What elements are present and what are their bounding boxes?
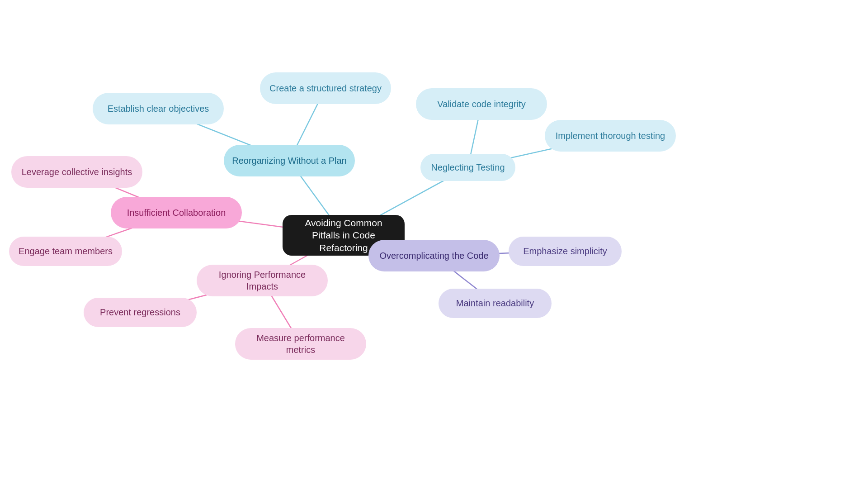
mindmap-canvas: Avoiding Common Pitfalls in Code Refacto… xyxy=(0,0,868,490)
node-insufficient-collab: Insufficient Collaboration xyxy=(111,197,242,228)
node-prevent-regressions: Prevent regressions xyxy=(84,298,197,327)
node-engage-team: Engage team members xyxy=(9,237,122,266)
node-validate-integrity: Validate code integrity xyxy=(416,88,547,120)
node-leverage-insights: Leverage collective insights xyxy=(11,156,142,188)
node-reorganizing: Reorganizing Without a Plan xyxy=(224,145,355,176)
node-overcomplicating: Overcomplicating the Code xyxy=(368,240,500,271)
node-implement-testing: Implement thorough testing xyxy=(545,120,676,152)
node-create-strategy: Create a structured strategy xyxy=(260,72,391,104)
node-maintain-readability: Maintain readability xyxy=(439,289,552,318)
node-measure-performance: Measure performance metrics xyxy=(235,328,366,360)
node-emphasize-simplicity: Emphasize simplicity xyxy=(509,237,622,266)
node-ignoring-performance: Ignoring Performance Impacts xyxy=(197,265,328,296)
node-neglecting-testing: Neglecting Testing xyxy=(420,154,515,181)
node-establish-objectives: Establish clear objectives xyxy=(93,93,224,124)
